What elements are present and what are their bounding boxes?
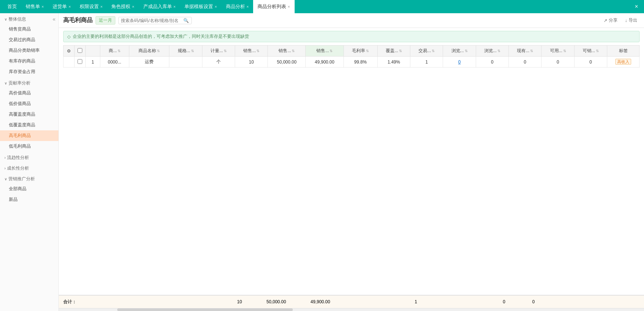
sidebar-item-low-coverage[interactable]: 低覆盖度商品 <box>0 120 58 130</box>
col-views2[interactable]: 浏览...⇅ <box>476 46 508 57</box>
sort-stock-icon: ⇅ <box>530 49 533 53</box>
nav-role-auth[interactable]: 角色授权 × <box>107 0 138 13</box>
cell-sale-amount: 50,000.00 <box>268 57 306 68</box>
col-stock[interactable]: 现有...⇅ <box>509 46 542 57</box>
share-button[interactable]: ↗ 分享 <box>601 17 620 24</box>
sidebar-group-growth[interactable]: › 成长性分析 <box>0 162 58 173</box>
cell-checkbox <box>75 57 86 68</box>
top-nav: 首页 销售单 × 进货单 × 权限设置 × 角色授权 × 产成品入库单 × 单据… <box>0 0 644 13</box>
col-unit[interactable]: 计量...⇅ <box>202 46 235 57</box>
col-sale-qty[interactable]: 销售...⇅ <box>235 46 268 57</box>
nav-permission-setting[interactable]: 权限设置 × <box>75 0 107 13</box>
sort-sale-qty-icon: ⇅ <box>256 49 259 53</box>
sidebar-group-overall[interactable]: ∨ 整体信息 <box>0 13 58 24</box>
cell-coverage: 1.49% <box>377 57 410 68</box>
main-container: « ∨ 整体信息 销售贫商品 交易过的商品 商品分类助销率 有库存的商品 库存资… <box>0 13 644 311</box>
close-permission-setting[interactable]: × <box>100 4 102 9</box>
sort-views2-icon: ⇅ <box>497 49 500 53</box>
sidebar-collapse-button[interactable]: « <box>53 16 55 22</box>
col-available[interactable]: 可用...⇅ <box>542 46 574 57</box>
table-header-row: ⚙ 商...⇅ 商品名称⇅ 规格...⇅ 计量...⇅ 销售...⇅ 销售...… <box>64 46 640 57</box>
close-purchase-order[interactable]: × <box>68 4 71 9</box>
close-product-analysis[interactable]: × <box>247 4 249 9</box>
tag-badge: 高收入 <box>615 59 631 65</box>
sort-sale-profit-icon: ⇅ <box>330 49 332 53</box>
select-all-checkbox[interactable] <box>78 48 82 53</box>
data-table-wrap: ⚙ 商...⇅ 商品名称⇅ 规格...⇅ 计量...⇅ 销售...⇅ 销售...… <box>63 45 640 295</box>
col-coverage[interactable]: 覆盖...⇅ <box>377 46 410 57</box>
sort-coverage-icon: ⇅ <box>399 49 402 53</box>
header-actions: ↗ 分享 ↓ 导出 <box>601 17 640 24</box>
col-name[interactable]: 商品名称⇅ <box>129 46 169 57</box>
data-table: ⚙ 商...⇅ 商品名称⇅ 规格...⇅ 计量...⇅ 销售...⇅ 销售...… <box>63 45 640 68</box>
sidebar-item-stock-capital[interactable]: 库存资金占用 <box>0 66 58 77</box>
row-checkbox[interactable] <box>78 59 82 64</box>
nav-product-analysis-list[interactable]: 商品分析列表 × <box>253 0 294 13</box>
footer-transaction: 1 <box>401 299 431 304</box>
col-sale-amount[interactable]: 销售...⇅ <box>268 46 306 57</box>
sort-views1-icon: ⇅ <box>465 49 468 53</box>
sort-sale-amount-icon: ⇅ <box>292 49 295 53</box>
scrollbar-thumb <box>117 308 293 311</box>
cell-views1: 0 <box>443 57 476 68</box>
cell-stock: 0 <box>509 57 542 68</box>
window-close-button[interactable]: × <box>632 3 641 10</box>
col-views1[interactable]: 浏览...⇅ <box>443 46 476 57</box>
nav-template-settings[interactable]: 单据模板设置 × <box>180 0 221 13</box>
nav-home[interactable]: 首页 <box>3 0 21 13</box>
sidebar: « ∨ 整体信息 销售贫商品 交易过的商品 商品分类助销率 有库存的商品 库存资… <box>0 13 59 311</box>
col-spec[interactable]: 规格...⇅ <box>169 46 202 57</box>
col-transaction[interactable]: 交易...⇅ <box>410 46 443 57</box>
nav-product-inbound[interactable]: 产成品入库单 × <box>139 0 180 13</box>
arrow-marketing: ∨ <box>4 177 7 181</box>
app-root: 首页 销售单 × 进货单 × 权限设置 × 角色授权 × 产成品入库单 × 单据… <box>0 0 644 311</box>
close-product-inbound[interactable]: × <box>173 4 176 9</box>
close-product-analysis-list[interactable]: × <box>288 4 290 9</box>
footer-totals: 合计： 10 50,000.00 49,900.00 1 0 0 <box>59 295 644 308</box>
close-template-settings[interactable]: × <box>215 4 217 9</box>
footer-sale-profit: 49,900.00 <box>298 299 342 304</box>
col-code[interactable]: 商...⇅ <box>100 46 129 57</box>
sidebar-item-traded[interactable]: 交易过的商品 <box>0 35 58 45</box>
col-sale-profit[interactable]: 销售...⇅ <box>306 46 343 57</box>
col-saleable[interactable]: 可销...⇅ <box>574 46 607 57</box>
sidebar-item-high-margin[interactable]: 高毛利商品 <box>0 130 58 141</box>
nav-sales-order[interactable]: 销售单 × <box>21 0 48 13</box>
content-area: 高毛利商品 近一月 🔍 ↗ 分享 ↓ 导出 <box>59 13 644 311</box>
cell-unit: 个 <box>202 57 235 68</box>
sort-gross-margin-icon: ⇅ <box>366 49 369 53</box>
close-sales-order[interactable]: × <box>42 4 44 9</box>
bottom-scrollbar[interactable] <box>59 308 644 311</box>
sidebar-item-low-value[interactable]: 低价值商品 <box>0 98 58 109</box>
col-gear[interactable]: ⚙ <box>64 46 75 57</box>
sidebar-item-high-value[interactable]: 高价值商品 <box>0 88 58 98</box>
sidebar-item-in-stock[interactable]: 有库存的商品 <box>0 56 58 66</box>
sidebar-group-marketing[interactable]: ∨ 营销推广分析 <box>0 173 58 184</box>
export-button[interactable]: ↓ 导出 <box>623 17 640 24</box>
col-index <box>86 46 100 57</box>
sort-spec-icon: ⇅ <box>191 49 194 53</box>
content-header: 高毛利商品 近一月 🔍 ↗ 分享 ↓ 导出 <box>59 13 644 28</box>
sidebar-group-trend[interactable]: › 流趋性分析 <box>0 152 58 162</box>
sidebar-item-category-rate[interactable]: 商品分类助销率 <box>0 45 58 56</box>
footer-sale-qty: 10 <box>225 299 254 304</box>
sidebar-group-contribution[interactable]: ∨ 贡献率分析 <box>0 77 58 88</box>
col-gross-margin[interactable]: 毛利率⇅ <box>343 46 377 57</box>
search-input[interactable] <box>121 18 183 23</box>
cell-transaction: 1 <box>410 57 443 68</box>
cell-gear <box>64 57 75 68</box>
col-checkbox <box>75 46 86 57</box>
cell-tag: 高收入 <box>607 57 640 68</box>
sidebar-item-new-products[interactable]: 新品 <box>0 194 58 205</box>
search-icon[interactable]: 🔍 <box>183 18 189 23</box>
sidebar-item-all-products[interactable]: 全部商品 <box>0 184 58 194</box>
nav-product-analysis[interactable]: 商品分析 × <box>222 0 253 13</box>
sidebar-item-sales-poor[interactable]: 销售贫商品 <box>0 24 58 35</box>
close-role-auth[interactable]: × <box>132 4 134 9</box>
sidebar-item-high-coverage[interactable]: 高覆盖度商品 <box>0 109 58 120</box>
nav-purchase-order[interactable]: 进货单 × <box>48 0 75 13</box>
sort-name-icon: ⇅ <box>157 49 160 53</box>
sidebar-item-low-margin[interactable]: 低毛利商品 <box>0 141 58 152</box>
export-icon: ↓ <box>625 18 627 23</box>
filter-recent-month-button[interactable]: 近一月 <box>96 16 115 25</box>
